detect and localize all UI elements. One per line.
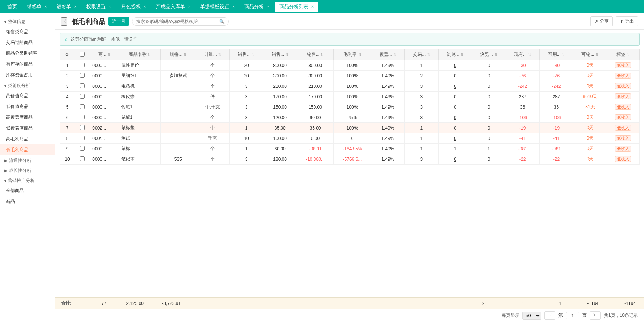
row-browse1[interactable]: 0: [438, 92, 472, 102]
row-checkbox[interactable]: [80, 73, 85, 78]
row-check[interactable]: [75, 92, 90, 102]
row-browse1[interactable]: 0: [438, 81, 472, 92]
row-sale1: 3: [230, 81, 263, 92]
row-check[interactable]: [75, 123, 90, 133]
row-checkbox[interactable]: [80, 83, 85, 88]
period-button[interactable]: 近一月: [108, 17, 129, 26]
nav-analysis[interactable]: 商品分析 ×: [240, 2, 274, 12]
sidebar-group-marketing[interactable]: ▾ 营销推广分析: [0, 175, 55, 185]
share-button[interactable]: ↗ 分享: [590, 16, 613, 26]
col-coverage[interactable]: 覆盖... ⇅: [371, 49, 405, 60]
row-check[interactable]: [75, 112, 90, 123]
sidebar-item-low-margin[interactable]: 低毛利商品: [0, 144, 55, 155]
row-browse1[interactable]: 0: [438, 154, 472, 165]
col-code[interactable]: 商... ⇅: [90, 49, 119, 60]
row-name: 属性定价: [119, 60, 160, 71]
page-unit: 页: [582, 312, 587, 319]
row-browse1[interactable]: 1: [438, 144, 472, 154]
row-spec: 参加复试: [160, 71, 196, 81]
export-button[interactable]: ⬆ 导出: [616, 16, 638, 26]
next-page-button[interactable]: 〉: [590, 311, 601, 320]
col-unit[interactable]: 计量... ⇅: [196, 49, 230, 60]
row-browse1[interactable]: 0: [438, 71, 472, 81]
sidebar-group-growth[interactable]: ▶ 成长性分析: [0, 165, 55, 175]
row-browse2: 0: [472, 92, 506, 102]
row-browse1[interactable]: 0: [438, 60, 472, 71]
sidebar-item-low-coverage[interactable]: 低覆盖度商品: [0, 123, 55, 134]
row-check[interactable]: [75, 60, 90, 71]
row-browse1[interactable]: 0: [438, 102, 472, 112]
sidebar-item-high-coverage[interactable]: 高覆盖度商品: [0, 112, 55, 123]
row-browse1[interactable]: 0: [438, 133, 472, 144]
sidebar-item-low-value[interactable]: 低价值商品: [0, 101, 55, 112]
row-code: 0000...: [90, 144, 119, 154]
sidebar-item-new-products[interactable]: 新品: [0, 196, 55, 207]
row-code: 0000...: [90, 60, 119, 71]
sidebar-item-sales-products[interactable]: 销售类商品: [0, 26, 55, 37]
nav-permission[interactable]: 权限设置 ×: [82, 2, 116, 12]
row-checkbox[interactable]: [80, 146, 85, 151]
table-row: 6 0000... 鼠标1 个 3 120.00 90.00 75% 1.49%…: [60, 112, 640, 123]
col-stock2[interactable]: 可用... ⇅: [539, 49, 573, 60]
row-sale3: 0.00: [297, 133, 334, 144]
sidebar-group-overall[interactable]: ▾ 整体信息: [0, 16, 55, 26]
row-checkbox[interactable]: [80, 136, 85, 140]
page-number-input[interactable]: [566, 312, 579, 319]
sidebar-item-category-rate[interactable]: 商品分类助销率: [0, 48, 55, 59]
col-margin-rate[interactable]: 毛利率 ⇅: [334, 49, 371, 60]
search-icon[interactable]: 🔍: [219, 19, 225, 24]
sidebar-item-all-products[interactable]: 全部商品: [0, 185, 55, 196]
nav-template[interactable]: 单据模板设置 ×: [196, 2, 239, 12]
row-check[interactable]: [75, 102, 90, 112]
row-browse1[interactable]: 0: [438, 112, 472, 123]
footer-browse1: 1: [497, 301, 526, 306]
col-spec[interactable]: 规格... ⇅: [160, 49, 196, 60]
col-trade[interactable]: 交易... ⇅: [405, 49, 439, 60]
row-checkbox[interactable]: [80, 94, 85, 99]
sidebar-item-capital[interactable]: 库存资金占用: [0, 70, 55, 80]
row-checkbox[interactable]: [80, 156, 85, 161]
sidebar-group-flow[interactable]: ▶ 流通性分析: [0, 155, 55, 165]
check-all-checkbox[interactable]: [80, 52, 85, 57]
row-browse1[interactable]: 0: [438, 123, 472, 133]
row-trade: 1: [405, 144, 439, 154]
row-checkbox[interactable]: [80, 104, 85, 109]
row-check[interactable]: [75, 133, 90, 144]
col-name[interactable]: 商品名称 ⇅: [119, 49, 160, 60]
nav-purchase[interactable]: 进货单 ×: [52, 2, 81, 12]
sidebar-item-high-margin[interactable]: 高毛利商品: [0, 134, 55, 144]
row-checkbox[interactable]: [80, 63, 85, 67]
col-sale2[interactable]: 销售... ⇅: [263, 49, 297, 60]
col-settings[interactable]: ⚙: [60, 49, 75, 60]
col-stock3[interactable]: 可销... ⇅: [573, 49, 607, 60]
page-size-select[interactable]: 50 20 100: [522, 312, 541, 320]
row-stock3: 0天: [573, 60, 607, 71]
row-checkbox[interactable]: [80, 115, 85, 119]
col-browse2[interactable]: 浏览... ⇅: [472, 49, 506, 60]
row-code: 0000...: [90, 71, 119, 81]
nav-product-storage[interactable]: 产成品入库单 ×: [151, 2, 195, 12]
col-sale1[interactable]: 销售... ⇅: [230, 49, 263, 60]
row-checkbox[interactable]: [80, 125, 85, 130]
collapse-sidebar-button[interactable]: 《: [61, 17, 67, 26]
nav-role[interactable]: 角色授权 ×: [117, 2, 151, 12]
sidebar-item-in-stock[interactable]: 有库存的商品: [0, 59, 55, 70]
col-sale3[interactable]: 销售... ⇅: [297, 49, 334, 60]
search-input[interactable]: [136, 19, 218, 24]
row-check[interactable]: [75, 71, 90, 81]
col-tag[interactable]: 标签 ⇅: [607, 49, 639, 60]
sidebar-group-coverage[interactable]: ▾ 类射度分析: [0, 80, 55, 90]
row-check[interactable]: [75, 154, 90, 165]
row-check[interactable]: [75, 81, 90, 92]
col-check-all[interactable]: [75, 49, 90, 60]
prev-page-button[interactable]: 〈: [544, 311, 555, 320]
row-stock2: -76: [539, 71, 573, 81]
nav-analysis-list[interactable]: 商品分析列表 ×: [275, 2, 318, 12]
col-stock1[interactable]: 现有... ⇅: [506, 49, 539, 60]
sidebar-item-traded-products[interactable]: 交易过的商品: [0, 37, 55, 48]
nav-home[interactable]: 首页: [3, 2, 22, 12]
nav-sales[interactable]: 销货单 ×: [22, 2, 51, 12]
sidebar-item-high-value[interactable]: 高价值商品: [0, 90, 55, 101]
col-browse1[interactable]: 浏览... ⇅: [438, 49, 472, 60]
row-check[interactable]: [75, 144, 90, 154]
